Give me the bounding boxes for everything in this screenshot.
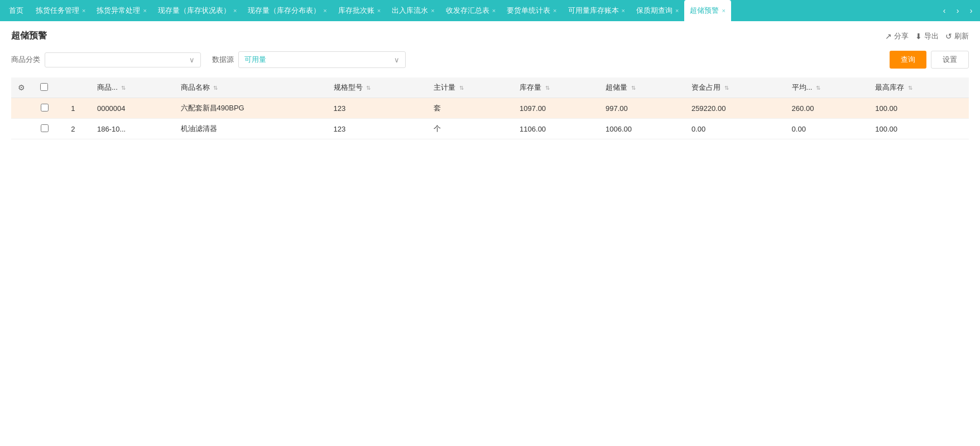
- tab-8[interactable]: 要货单统计表 ×: [501, 0, 562, 21]
- close-tab-9-icon[interactable]: ×: [622, 7, 625, 14]
- table-row: 2 186-10... 机油滤清器 123 个 1106.00 1006.00 …: [11, 119, 969, 139]
- cell-spec: 123: [327, 98, 427, 119]
- cell-name: 机油滤清器: [174, 119, 327, 139]
- tab-6[interactable]: 出入库流水 ×: [386, 0, 440, 21]
- cell-unit: 个: [427, 119, 513, 139]
- header-actions: ↗ 分享 ⬇ 导出 ↺ 刷新: [885, 31, 969, 41]
- th-name[interactable]: 商品名称 ⇅: [174, 77, 327, 98]
- cell-overflow: 997.00: [599, 98, 685, 119]
- category-filter-label: 商品分类: [11, 55, 40, 65]
- refresh-icon: ↺: [945, 32, 952, 41]
- export-icon: ⬇: [915, 32, 922, 41]
- datasource-filter-group: 数据源 可用量 ∨: [212, 51, 406, 68]
- nav-next-button[interactable]: ›: [951, 0, 964, 21]
- close-tab-5-icon[interactable]: ×: [377, 7, 381, 14]
- filter-row: 商品分类 ∨ 数据源 可用量 ∨ 查询 设置: [11, 51, 969, 69]
- close-tab-3-icon[interactable]: ×: [233, 7, 237, 14]
- close-tab-8-icon[interactable]: ×: [553, 7, 556, 14]
- cell-maxstock: 100.00: [868, 98, 969, 119]
- top-navigation: 首页 拣货任务管理 × 拣货异常处理 × 现存量（库存状况表） × 现存量（库存…: [0, 0, 980, 21]
- tab-5[interactable]: 库存批次账 ×: [333, 0, 386, 21]
- th-avg[interactable]: 平均... ⇅: [785, 77, 869, 98]
- close-tab-1-icon[interactable]: ×: [82, 7, 85, 14]
- settings-button[interactable]: 设置: [931, 51, 969, 69]
- nav-home[interactable]: 首页: [2, 6, 30, 16]
- close-tab-4-icon[interactable]: ×: [323, 7, 326, 14]
- th-maxstock[interactable]: 最高库存 ⇅: [868, 77, 969, 98]
- th-stock[interactable]: 库存量 ⇅: [513, 77, 599, 98]
- nav-arrows: ‹ › ›: [938, 0, 978, 21]
- sort-overflow-icon: ⇅: [631, 85, 636, 91]
- tab-2[interactable]: 拣货异常处理 ×: [91, 0, 152, 21]
- cell-unit: 套: [427, 98, 513, 119]
- page-title: 超储预警: [11, 30, 47, 42]
- sort-unit-icon: ⇅: [459, 85, 464, 91]
- sort-name-icon: ⇅: [213, 85, 218, 91]
- cell-maxstock: 100.00: [868, 119, 969, 139]
- nav-more-button[interactable]: ›: [964, 0, 978, 21]
- close-tab-2-icon[interactable]: ×: [143, 7, 146, 14]
- page-header: 超储预警 ↗ 分享 ⬇ 导出 ↺ 刷新: [11, 30, 969, 42]
- cell-gear: [11, 119, 33, 139]
- close-tab-11-icon[interactable]: ×: [722, 7, 725, 14]
- category-filter-group: 商品分类 ∨: [11, 52, 201, 67]
- cell-spec: 123: [327, 119, 427, 139]
- tab-9[interactable]: 可用量库存账本 ×: [563, 0, 631, 21]
- tab-7[interactable]: 收发存汇总表 ×: [440, 0, 501, 21]
- cell-avg: 260.00: [785, 98, 869, 119]
- th-checkbox: [33, 77, 56, 98]
- th-row-index: [56, 77, 90, 98]
- th-spec[interactable]: 规格型号 ⇅: [327, 77, 427, 98]
- page-content: 超储预警 ↗ 分享 ⬇ 导出 ↺ 刷新 商品分类 ∨ 数据源: [0, 21, 980, 446]
- datasource-select-value: 可用量: [244, 55, 266, 65]
- close-tab-6-icon[interactable]: ×: [431, 7, 434, 14]
- cell-code: 186-10...: [90, 119, 174, 139]
- cell-index: 2: [56, 119, 90, 139]
- table-header-row: ⚙ 商品... ⇅ 商品名称 ⇅ 规格型号 ⇅: [11, 77, 969, 98]
- select-all-checkbox[interactable]: [40, 83, 48, 91]
- table-body: 1 0000004 六配套新昌490BPG 123 套 1097.00 997.…: [11, 98, 969, 139]
- category-select[interactable]: ∨: [45, 52, 201, 67]
- cell-name: 六配套新昌490BPG: [174, 98, 327, 119]
- cell-capital: 259220.00: [685, 98, 785, 119]
- tab-10[interactable]: 保质期查询 ×: [631, 0, 684, 21]
- cell-checkbox: [33, 98, 56, 119]
- data-table: ⚙ 商品... ⇅ 商品名称 ⇅ 规格型号 ⇅: [11, 77, 969, 139]
- th-unit[interactable]: 主计量 ⇅: [427, 77, 513, 98]
- th-capital[interactable]: 资金占用 ⇅: [685, 77, 785, 98]
- tab-11-active[interactable]: 超储预警 ×: [684, 0, 731, 21]
- sort-capital-icon: ⇅: [724, 85, 729, 91]
- cell-capital: 0.00: [685, 119, 785, 139]
- sort-maxstock-icon: ⇅: [908, 85, 912, 91]
- close-tab-7-icon[interactable]: ×: [492, 7, 496, 14]
- sort-spec-icon: ⇅: [366, 85, 371, 91]
- export-button[interactable]: ⬇ 导出: [915, 31, 939, 41]
- cell-stock: 1097.00: [513, 98, 599, 119]
- cell-overflow: 1006.00: [599, 119, 685, 139]
- cell-checkbox: [33, 119, 56, 139]
- tab-4[interactable]: 现存量（库存分布表） ×: [242, 0, 332, 21]
- th-gear: ⚙: [11, 77, 33, 98]
- tab-3[interactable]: 现存量（库存状况表） ×: [152, 0, 242, 21]
- cell-avg: 0.00: [785, 119, 869, 139]
- close-tab-10-icon[interactable]: ×: [675, 7, 679, 14]
- cell-gear: [11, 98, 33, 119]
- row-checkbox[interactable]: [41, 124, 49, 132]
- share-button[interactable]: ↗ 分享: [885, 31, 909, 41]
- th-code[interactable]: 商品... ⇅: [90, 77, 174, 98]
- datasource-filter-label: 数据源: [212, 55, 234, 65]
- share-icon: ↗: [885, 32, 892, 41]
- sort-stock-icon: ⇅: [545, 85, 550, 91]
- refresh-button[interactable]: ↺ 刷新: [945, 31, 969, 41]
- nav-prev-button[interactable]: ‹: [938, 0, 951, 21]
- row-checkbox[interactable]: [41, 104, 49, 112]
- query-button[interactable]: 查询: [890, 51, 926, 69]
- cell-index: 1: [56, 98, 90, 119]
- th-overflow[interactable]: 超储量 ⇅: [599, 77, 685, 98]
- table-row: 1 0000004 六配套新昌490BPG 123 套 1097.00 997.…: [11, 98, 969, 119]
- gear-settings-icon[interactable]: ⚙: [18, 83, 25, 92]
- sort-code-icon: ⇅: [121, 85, 126, 91]
- tab-1[interactable]: 拣货任务管理 ×: [30, 0, 91, 21]
- datasource-select[interactable]: 可用量 ∨: [238, 51, 406, 68]
- category-chevron-icon: ∨: [189, 56, 195, 64]
